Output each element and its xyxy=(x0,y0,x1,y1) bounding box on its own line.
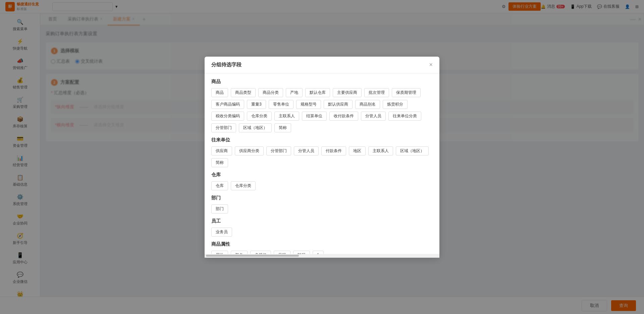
field-tag-product-产地[interactable]: 产地 xyxy=(286,88,303,97)
field-tag-attr-尺码[interactable]: 尺码 xyxy=(274,251,290,254)
field-tag-partner-供应商分类[interactable]: 供应商分类 xyxy=(235,146,264,155)
field-tag-partner-分管人员[interactable]: 分管人员 xyxy=(294,146,319,155)
field-tag-partner-地区[interactable]: 地区 xyxy=(349,146,366,155)
section-title-product: 商品 xyxy=(211,79,433,85)
modal-title: 分组待选字段 xyxy=(211,62,241,68)
field-tag-product-分管部门[interactable]: 分管部门 xyxy=(211,123,236,132)
field-tag-product-区域地区[interactable]: 区域（地区） xyxy=(239,123,272,132)
field-grid-department: 部门 xyxy=(211,204,433,213)
field-tag-warehouse-仓库分类[interactable]: 仓库分类 xyxy=(231,181,256,190)
field-grid-product-attr: 属性 颜色 多规格 尺码 鞋码 1 xyxy=(211,251,433,254)
field-tag-partner-付款条件[interactable]: 付款条件 xyxy=(321,146,346,155)
field-tag-product-仓库分类[interactable]: 仓库分类 xyxy=(247,112,272,121)
field-tag-partner-供应商[interactable]: 供应商 xyxy=(211,146,232,155)
field-grid-warehouse: 仓库 仓库分类 xyxy=(211,181,433,190)
field-tag-partner-区域地区[interactable]: 区域（地区） xyxy=(396,146,429,155)
modal-hscroll-thumb xyxy=(206,255,299,257)
field-grid-employee: 业务员 xyxy=(211,228,433,237)
field-tag-attr-1[interactable]: 1 xyxy=(313,251,324,254)
field-tag-partner-简称[interactable]: 简称 xyxy=(211,158,228,167)
section-title-warehouse: 仓库 xyxy=(211,172,433,178)
field-tag-warehouse-仓库[interactable]: 仓库 xyxy=(211,181,228,190)
field-tag-product-默认仓库[interactable]: 默认仓库 xyxy=(305,88,330,97)
field-tag-product-商品[interactable]: 商品 xyxy=(211,88,228,97)
field-tag-partner-主联系人[interactable]: 主联系人 xyxy=(368,146,393,155)
field-tag-attr-鞋码[interactable]: 鞋码 xyxy=(293,251,310,254)
field-grid-product: 商品 商品类型 商品分类 产地 默认仓库 主要供应商 批次管理 保质期管理 客户… xyxy=(211,88,433,132)
section-title-product-attr: 商品属性 xyxy=(211,241,433,247)
modal-close-button[interactable]: × xyxy=(429,61,433,68)
field-tag-product-批次管理[interactable]: 批次管理 xyxy=(364,88,389,97)
field-tag-emp-业务员[interactable]: 业务员 xyxy=(211,228,232,237)
field-tag-product-往来单位分类[interactable]: 往来单位分类 xyxy=(388,112,421,121)
field-tag-product-主要供应商[interactable]: 主要供应商 xyxy=(333,88,362,97)
field-tag-product-零售单位[interactable]: 零售单位 xyxy=(269,100,293,109)
modal-header: 分组待选字段 × xyxy=(205,57,439,73)
field-tag-partner-分管部门[interactable]: 分管部门 xyxy=(266,146,291,155)
field-tag-product-规格型号[interactable]: 规格型号 xyxy=(296,100,321,109)
section-title-employee: 员工 xyxy=(211,218,433,224)
field-select-modal: 分组待选字段 × 商品 商品 商品类型 商品分类 产地 默认仓库 主要供应商 批… xyxy=(205,57,439,258)
field-tag-product-重量3[interactable]: 重量3 xyxy=(247,100,266,109)
section-title-department: 部门 xyxy=(211,195,433,201)
field-tag-product-商品类型[interactable]: 商品类型 xyxy=(231,88,256,97)
modal-body: 商品 商品 商品类型 商品分类 产地 默认仓库 主要供应商 批次管理 保质期管理… xyxy=(205,73,439,254)
section-title-partner: 往来单位 xyxy=(211,137,433,143)
field-tag-product-结算单位[interactable]: 结算单位 xyxy=(302,112,327,121)
field-tag-product-商品别名[interactable]: 商品别名 xyxy=(355,100,380,109)
field-tag-product-收付款条件[interactable]: 收付款条件 xyxy=(329,112,358,121)
field-tag-product-税收分类编码[interactable]: 税收分类编码 xyxy=(211,112,244,121)
field-tag-product-简称[interactable]: 简称 xyxy=(274,123,291,132)
field-tag-attr-属性[interactable]: 属性 xyxy=(211,251,228,254)
modal-horizontal-scrollbar[interactable] xyxy=(205,254,439,257)
field-tag-product-默认供应商[interactable]: 默认供应商 xyxy=(324,100,353,109)
field-tag-product-炼货积分[interactable]: 炼货积分 xyxy=(383,100,408,109)
field-tag-attr-颜色[interactable]: 颜色 xyxy=(231,251,248,254)
field-tag-product-商品分类[interactable]: 商品分类 xyxy=(258,88,283,97)
field-tag-product-分管人员[interactable]: 分管人员 xyxy=(361,112,386,121)
field-tag-dept-部门[interactable]: 部门 xyxy=(211,204,228,213)
field-grid-partner: 供应商 供应商分类 分管部门 分管人员 付款条件 地区 主联系人 区域（地区） … xyxy=(211,146,433,167)
field-tag-product-主联系人[interactable]: 主联系人 xyxy=(274,112,299,121)
field-tag-product-客户商品编码[interactable]: 客户商品编码 xyxy=(211,100,244,109)
field-tag-attr-多规格[interactable]: 多规格 xyxy=(250,251,271,254)
field-tag-product-保质期管理[interactable]: 保质期管理 xyxy=(392,88,421,97)
